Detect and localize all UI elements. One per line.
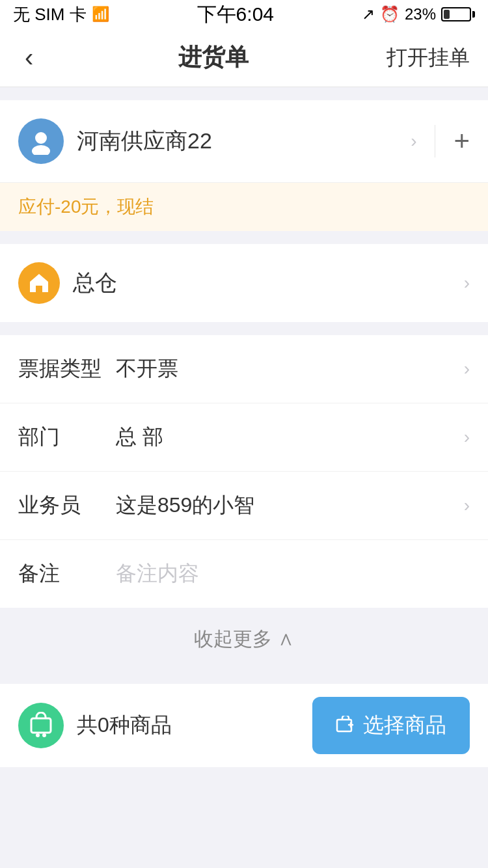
warehouse-name: 总仓 xyxy=(73,268,464,298)
person-icon xyxy=(27,128,55,155)
svg-point-4 xyxy=(42,733,46,737)
battery-percent: 23% xyxy=(405,5,436,23)
supplier-chevron-icon: › xyxy=(411,131,416,152)
notice-text: 应付-20元，现结 xyxy=(18,197,154,217)
gap-1 xyxy=(0,87,488,100)
battery-icon xyxy=(441,7,475,21)
wifi-icon: 📶 xyxy=(92,6,109,23)
collapse-label: 收起更多 ∧ xyxy=(194,626,293,653)
invoice-type-value: 不开票 xyxy=(109,355,464,383)
house-icon xyxy=(27,271,51,295)
invoice-chevron-icon: › xyxy=(464,359,470,379)
department-chevron-icon: › xyxy=(464,427,470,448)
note-input[interactable]: 备注内容 xyxy=(109,560,470,588)
warehouse-chevron-icon: › xyxy=(464,273,470,293)
carrier-label: 无 SIM 卡 xyxy=(13,3,87,26)
warehouse-section: 总仓 › xyxy=(0,244,488,322)
status-bar: 无 SIM 卡 📶 下午6:04 ↗ ⏰ 23% xyxy=(0,0,488,29)
salesperson-row[interactable]: 业务员 这是859的小智 › xyxy=(0,472,488,540)
warehouse-row[interactable]: 总仓 › xyxy=(0,244,488,322)
salesperson-label: 业务员 xyxy=(18,491,109,520)
select-product-label: 选择商品 xyxy=(363,711,446,740)
product-count: 共0种商品 xyxy=(77,711,299,740)
notice-bar: 应付-20元，现结 xyxy=(0,183,488,231)
department-label: 部门 xyxy=(18,423,109,452)
salesperson-chevron-icon: › xyxy=(464,495,470,516)
select-product-button[interactable]: 选择商品 xyxy=(312,697,470,754)
department-value: 总 部 xyxy=(109,423,464,452)
status-right: ↗ ⏰ 23% xyxy=(362,5,475,23)
svg-rect-2 xyxy=(31,718,51,733)
nav-bar: ‹ 进货单 打开挂单 xyxy=(0,29,488,87)
form-section: 票据类型 不开票 › 部门 总 部 › 业务员 这是859的小智 › 备注 备注… xyxy=(0,335,488,608)
supplier-row[interactable]: 河南供应商22 › + xyxy=(0,100,488,183)
note-label: 备注 xyxy=(18,560,109,588)
collapse-button[interactable]: 收起更多 ∧ xyxy=(0,608,488,671)
svg-point-1 xyxy=(32,145,50,155)
salesperson-value: 这是859的小智 xyxy=(109,491,464,520)
gap-3 xyxy=(0,322,488,335)
open-pending-button[interactable]: 打开挂单 xyxy=(386,44,470,72)
invoice-type-row[interactable]: 票据类型 不开票 › xyxy=(0,335,488,403)
cart-icon xyxy=(27,712,55,739)
svg-point-3 xyxy=(36,733,40,737)
back-button[interactable]: ‹ xyxy=(18,36,40,79)
alarm-icon: ⏰ xyxy=(380,5,400,23)
select-product-icon xyxy=(336,716,355,735)
department-row[interactable]: 部门 总 部 › xyxy=(0,403,488,472)
product-icon xyxy=(18,703,64,748)
supplier-avatar xyxy=(18,118,64,164)
gap-4 xyxy=(0,671,488,684)
svg-point-0 xyxy=(35,132,47,144)
time-label: 下午6:04 xyxy=(197,1,274,28)
add-supplier-button[interactable]: + xyxy=(454,126,470,157)
supplier-section: 河南供应商22 › + 应付-20元，现结 xyxy=(0,100,488,231)
page-title: 进货单 xyxy=(178,42,249,74)
invoice-type-label: 票据类型 xyxy=(18,355,109,383)
status-left: 无 SIM 卡 📶 xyxy=(13,3,109,26)
note-row[interactable]: 备注 备注内容 xyxy=(0,540,488,608)
supplier-name: 河南供应商22 xyxy=(77,126,411,156)
bottom-bar: 共0种商品 选择商品 xyxy=(0,684,488,767)
supplier-divider xyxy=(435,125,435,157)
location-icon: ↗ xyxy=(362,5,375,23)
warehouse-icon xyxy=(18,262,60,304)
gap-2 xyxy=(0,231,488,244)
page-background xyxy=(0,767,488,868)
